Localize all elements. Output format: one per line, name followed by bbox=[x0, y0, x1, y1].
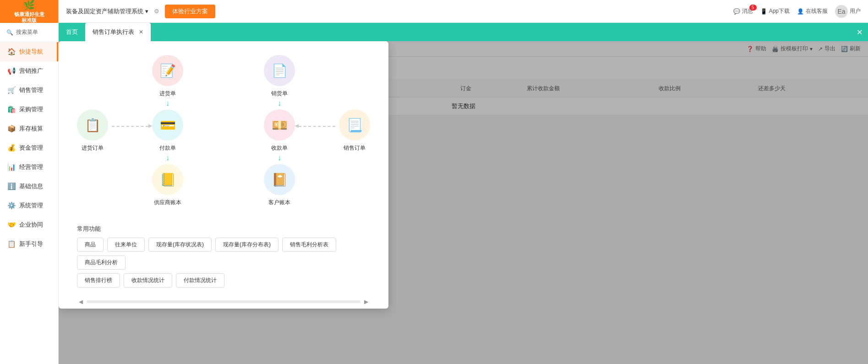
sidebar: 🌿 畅康通好生意 标准版 🔍 搜索菜单 🏠 快捷导航 📢 营销推广 🛒 销售管理… bbox=[0, 0, 59, 364]
settings-icon[interactable]: ⚙ bbox=[154, 8, 159, 15]
guide-icon: 📋 bbox=[7, 240, 16, 248]
receipt-icon: 💴 bbox=[272, 118, 288, 133]
search-icon: 🔍 bbox=[6, 29, 13, 36]
system-title: 装备及固定资产辅助管理系统 bbox=[66, 7, 143, 16]
search-menu-label: 搜索菜单 bbox=[16, 28, 38, 36]
customer-ledger-circle: 📔 bbox=[264, 164, 295, 195]
sidebar-item-enterprise[interactable]: 🤝 企业协同 bbox=[0, 215, 58, 234]
btn-product[interactable]: 商品 bbox=[77, 238, 104, 252]
flow-node-supplier-ledger[interactable]: 📒 供应商账本 bbox=[152, 164, 183, 206]
experience-btn[interactable]: 体验行业方案 bbox=[165, 5, 215, 18]
sidebar-item-operations[interactable]: 📊 经营管理 bbox=[0, 158, 58, 177]
sidebar-item-basic-info[interactable]: ℹ️ 基础信息 bbox=[0, 177, 58, 196]
modal-scrollbar: ◀ ▶ bbox=[59, 299, 388, 309]
flow-node-sales-bill[interactable]: 📄 销货单 bbox=[264, 55, 295, 98]
arrow-2 bbox=[295, 126, 339, 127]
dropdown-icon: ▾ bbox=[145, 8, 148, 15]
operations-icon: 📊 bbox=[7, 163, 16, 171]
flow-col-sales-order: 📃 销售订单 bbox=[339, 109, 370, 152]
payment-icon: 💳 bbox=[160, 118, 176, 133]
sidebar-item-marketing[interactable]: 📢 营销推广 bbox=[0, 61, 58, 81]
sales-order-icon: 📃 bbox=[347, 118, 363, 133]
inventory-icon: 📦 bbox=[7, 125, 16, 133]
btn-payment-stats[interactable]: 付款情况统计 bbox=[176, 273, 224, 288]
customer-ledger-icon: 📔 bbox=[272, 172, 288, 187]
user-menu-btn[interactable]: Ea 用户 bbox=[835, 5, 861, 18]
sales-order-circle: 📃 bbox=[339, 109, 370, 141]
scroll-track[interactable] bbox=[87, 300, 360, 303]
btn-receipt-stats[interactable]: 收款情况统计 bbox=[124, 273, 172, 288]
download-icon: 📱 bbox=[760, 8, 767, 15]
sidebar-item-label: 企业协同 bbox=[19, 221, 43, 229]
flow-col-purchase-order: 📋 进货订单 bbox=[77, 109, 108, 152]
btn-stock-status[interactable]: 现存量(库存状况表) bbox=[148, 238, 212, 252]
tab-sales-exec[interactable]: 销售订单执行表 ✕ bbox=[85, 23, 151, 41]
quick-nav-modal: 📋 进货订单 bbox=[59, 41, 388, 309]
main-content: 装备及固定资产辅助管理系统 ▾ ⚙ 体验行业方案 💬 消息 5 📱 App下载 … bbox=[59, 0, 868, 364]
avatar: Ea bbox=[835, 5, 848, 18]
vert-arrow-supplier: ↓ bbox=[166, 154, 169, 162]
sidebar-item-label: 营销推广 bbox=[19, 67, 43, 75]
customer-ledger-label: 客户账本 bbox=[268, 199, 290, 206]
user-label: 用户 bbox=[850, 7, 861, 15]
btn-stock-dist[interactable]: 现存量(库存分布表) bbox=[215, 238, 278, 252]
service-icon: 👤 bbox=[797, 8, 804, 15]
app-download-label: App下载 bbox=[769, 7, 790, 15]
message-btn[interactable]: 💬 消息 5 bbox=[733, 7, 753, 15]
sales-bill-icon: 📄 bbox=[272, 63, 288, 78]
app-logo: 🌿 畅康通好生意 标准版 bbox=[0, 0, 58, 23]
purchase-order-circle: 📋 bbox=[77, 109, 108, 141]
flow-col-purchase-bill: 📝 进货单 ↓ 💳 付款单 ↓ bbox=[152, 55, 183, 206]
tabs-bar: 首页 销售订单执行表 ✕ ✕ bbox=[59, 23, 868, 41]
flow-node-purchase-order[interactable]: 📋 进货订单 bbox=[77, 109, 108, 152]
sidebar-item-quick-nav[interactable]: 🏠 快捷导航 bbox=[0, 42, 58, 61]
system-icon: ⚙️ bbox=[7, 201, 16, 210]
sales-bill-circle: 📄 bbox=[264, 55, 295, 86]
btn-sales-ranking[interactable]: 销售排行榜 bbox=[77, 273, 120, 288]
flow-diagram-section: 📋 进货订单 bbox=[59, 41, 388, 225]
flow-node-sales-order[interactable]: 📃 销售订单 bbox=[339, 109, 370, 152]
sidebar-item-finance[interactable]: 💰 资金管理 bbox=[0, 138, 58, 158]
search-menu-btn[interactable]: 🔍 搜索菜单 bbox=[4, 27, 55, 38]
scroll-left-btn[interactable]: ◀ bbox=[77, 299, 85, 305]
message-badge: 5 bbox=[749, 5, 757, 11]
sidebar-item-inventory[interactable]: 📦 库存核算 bbox=[0, 119, 58, 138]
common-btns-row1: 商品 往来单位 现存量(库存状况表) 现存量(库存分布表) 销售毛利分析表 商品… bbox=[77, 238, 370, 270]
online-service-btn[interactable]: 👤 在线客服 bbox=[797, 7, 828, 15]
sidebar-item-purchase[interactable]: 🛍️ 采购管理 bbox=[0, 100, 58, 119]
scroll-right-btn[interactable]: ▶ bbox=[362, 299, 370, 305]
payment-label: 付款单 bbox=[159, 144, 176, 152]
sidebar-item-label: 销售管理 bbox=[19, 86, 43, 94]
purchase-icon: 🛍️ bbox=[7, 105, 16, 114]
close-all-tabs-btn[interactable]: ✕ bbox=[857, 28, 863, 37]
topbar: 装备及固定资产辅助管理系统 ▾ ⚙ 体验行业方案 💬 消息 5 📱 App下载 … bbox=[59, 0, 868, 23]
sidebar-item-guide[interactable]: 📋 新手引导 bbox=[0, 234, 58, 254]
flow-node-customer-ledger[interactable]: 📔 客户账本 bbox=[264, 164, 295, 206]
tab-close-icon[interactable]: ✕ bbox=[139, 29, 143, 35]
btn-product-margin[interactable]: 商品毛利分析 bbox=[77, 255, 126, 270]
sales-bill-label: 销货单 bbox=[271, 90, 288, 98]
sidebar-search-area[interactable]: 🔍 搜索菜单 bbox=[0, 23, 58, 42]
btn-partners[interactable]: 往来单位 bbox=[107, 238, 145, 252]
flow-node-purchase-bill[interactable]: 📝 进货单 bbox=[152, 55, 183, 98]
flow-node-receipt[interactable]: 💴 收款单 bbox=[264, 109, 295, 152]
flow-node-payment[interactable]: 💳 付款单 bbox=[152, 109, 183, 152]
sidebar-item-label: 系统管理 bbox=[19, 201, 43, 210]
sidebar-item-system[interactable]: ⚙️ 系统管理 bbox=[0, 196, 58, 215]
receipt-label: 收款单 bbox=[271, 144, 288, 152]
common-functions-section: 常用功能 商品 往来单位 现存量(库存状况表) 现存量(库存分布表) 销售毛利分… bbox=[59, 225, 388, 299]
app-download-btn[interactable]: 📱 App下载 bbox=[760, 7, 790, 15]
common-functions-title: 常用功能 bbox=[77, 225, 370, 233]
app-name: 畅康通好生意 bbox=[14, 11, 44, 17]
sidebar-item-sales[interactable]: 🛒 销售管理 bbox=[0, 81, 58, 100]
supplier-ledger-circle: 📒 bbox=[152, 164, 183, 195]
tab-home[interactable]: 首页 bbox=[59, 23, 85, 41]
system-title-dropdown[interactable]: 装备及固定资产辅助管理系统 ▾ bbox=[66, 7, 148, 16]
purchase-bill-label: 进货单 bbox=[159, 90, 176, 98]
modal-overlay[interactable]: 📋 进货订单 bbox=[59, 41, 868, 364]
sales-icon: 🛒 bbox=[7, 86, 16, 94]
purchase-bill-icon: 📝 bbox=[160, 63, 176, 78]
btn-sales-margin[interactable]: 销售毛利分析表 bbox=[282, 238, 336, 252]
supplier-ledger-icon: 📒 bbox=[160, 172, 176, 187]
receipt-circle: 💴 bbox=[264, 109, 295, 141]
